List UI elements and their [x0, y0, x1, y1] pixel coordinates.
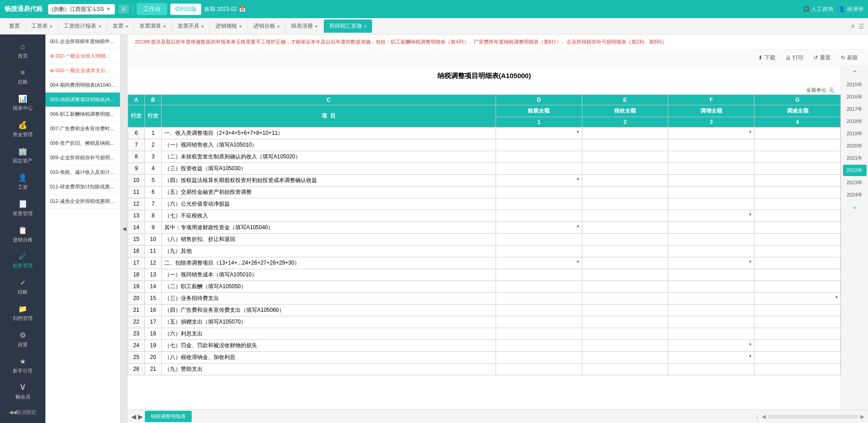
item-text-cell[interactable]: （三）业务招待费支出 — [162, 292, 496, 304]
sidebar-item-fixed-asset[interactable]: 🏢 固定资产 — [0, 143, 45, 169]
item-text-cell[interactable]: （七）罚金、罚款和被没收财物的损失 — [162, 339, 496, 351]
copy-button[interactable]: ⎘ — [119, 5, 129, 14]
collapse-panel-button[interactable]: ◀ — [120, 34, 128, 423]
item-text-cell[interactable]: （八）税收滞纳金、加收利息 — [162, 351, 496, 363]
item-text-cell[interactable]: （九）赞助支出 — [162, 363, 496, 375]
col2-cell[interactable] — [582, 351, 668, 363]
col2-cell[interactable] — [582, 316, 668, 328]
col1-cell[interactable] — [496, 351, 582, 363]
col3-cell[interactable]: * — [668, 339, 754, 351]
year-2020[interactable]: 2020年 — [843, 140, 867, 152]
item-text-cell[interactable]: （六）利息支出 — [162, 328, 496, 339]
col3-cell[interactable] — [668, 363, 754, 375]
item-text-cell[interactable]: （六）公允价值变动净损益 — [162, 198, 496, 210]
pin-button[interactable]: ◀◀ 取消固定 — [0, 406, 45, 418]
tab-close-invoice-open[interactable]: × — [201, 24, 204, 29]
col4-cell[interactable] — [754, 151, 841, 162]
col1-cell[interactable] — [496, 139, 582, 151]
tab-income-tax[interactable]: 所得税汇算缴× — [324, 20, 372, 33]
col3-cell[interactable] — [668, 245, 754, 257]
col2-cell[interactable] — [582, 127, 668, 139]
download-button[interactable]: ⬇ 下载 — [755, 53, 778, 63]
col4-cell[interactable] — [754, 139, 841, 151]
col1-cell[interactable]: * — [496, 174, 582, 186]
col3-cell[interactable] — [668, 221, 754, 233]
tab-close-income-tax[interactable]: × — [364, 24, 367, 29]
col2-cell[interactable] — [582, 269, 668, 280]
col2-cell[interactable] — [582, 363, 668, 375]
sidebar-item-guide[interactable]: ★ 新手引导 — [0, 353, 45, 379]
col1-cell[interactable] — [496, 186, 582, 198]
col3-cell[interactable] — [668, 233, 754, 245]
col4-cell[interactable] — [754, 316, 841, 328]
item-text-cell[interactable]: 一、收入类调整项目（2+3+4+5+6+7+8+10+11） — [162, 127, 496, 139]
sidebar-item-settings[interactable]: ⚙ 设置 — [0, 326, 45, 353]
tab-invoice-calc[interactable]: 发票测算× — [134, 20, 172, 33]
file-item-009[interactable]: 009-企业所得税弥补亏损明... — [45, 151, 120, 165]
col1-cell[interactable] — [496, 245, 582, 257]
year-2021[interactable]: 2021年 — [843, 152, 867, 164]
col1-cell[interactable] — [496, 162, 582, 174]
tab-invoice-input[interactable]: 进销稽核× — [210, 20, 248, 33]
col1-cell[interactable] — [496, 151, 582, 162]
tab-home[interactable]: 首页 — [4, 20, 26, 33]
col4-cell[interactable]: * — [754, 292, 841, 304]
tab-invoice-ledger[interactable]: 进销台账× — [248, 20, 286, 33]
col2-cell[interactable] — [582, 151, 668, 162]
year-2018[interactable]: 2018年 — [843, 116, 867, 127]
col1-cell[interactable]: * — [496, 221, 582, 233]
col1-cell[interactable] — [496, 304, 582, 316]
sidebar-item-invoice-ledger[interactable]: 📋 进销台账 — [0, 221, 45, 248]
col3-cell[interactable]: * — [668, 351, 754, 363]
col2-cell[interactable] — [582, 328, 668, 339]
col4-cell[interactable] — [754, 233, 841, 245]
tab-close-invoice-ledger[interactable]: × — [277, 24, 280, 29]
col3-cell[interactable] — [668, 328, 754, 339]
sidebar-item-ledger[interactable]: ≡ 总账 — [0, 64, 45, 90]
col2-cell[interactable] — [582, 304, 668, 316]
col4-cell[interactable] — [754, 328, 841, 339]
file-item-008[interactable]: 008-资产折旧、摊销及纳税... — [45, 136, 120, 151]
year-2015[interactable]: 2015年 — [843, 79, 867, 90]
col4-cell[interactable] — [754, 186, 841, 198]
item-text-cell[interactable]: （五）捐赠支出（填写A105070） — [162, 316, 496, 328]
year-2024[interactable]: 2024年 — [843, 189, 867, 201]
tab-close-invoice-input[interactable]: × — [239, 24, 242, 29]
col1-cell[interactable] — [496, 269, 582, 280]
tab-close-invoice-calc[interactable]: × — [163, 24, 166, 29]
col3-cell[interactable] — [668, 186, 754, 198]
file-item-001[interactable]: 001-企业所得税年度纳税申... — [45, 34, 120, 49]
col2-cell[interactable] — [582, 221, 668, 233]
item-text-cell[interactable]: （四）广告费和业务宣传费支出（填写A105060） — [162, 304, 496, 316]
sidebar-item-asset-mgmt[interactable]: 💰 资金管理 — [0, 116, 45, 143]
col3-cell[interactable] — [668, 174, 754, 186]
col2-cell[interactable] — [582, 198, 668, 210]
col3-cell[interactable] — [668, 198, 754, 210]
col1-cell[interactable] — [496, 233, 582, 245]
col1-cell[interactable] — [496, 339, 582, 351]
col3-cell[interactable] — [668, 304, 754, 316]
col1-cell[interactable] — [496, 292, 582, 304]
col4-cell[interactable] — [754, 127, 841, 139]
year-up-button[interactable]: ⌃ — [851, 68, 858, 79]
col4-cell[interactable] — [754, 221, 841, 233]
item-text-cell[interactable]: （八）销售折扣、折让和退回 — [162, 233, 496, 245]
file-item-007[interactable]: 007-广告费和业务宣传费时... — [45, 122, 120, 136]
col1-cell[interactable]: * — [496, 127, 582, 139]
col3-cell[interactable] — [668, 316, 754, 328]
col1-cell[interactable] — [496, 328, 582, 339]
file-item-003[interactable]: ⊗ 003-一般企业成本支出明细... — [45, 64, 120, 78]
tab-salary[interactable]: 工资表× — [26, 20, 58, 33]
col3-cell[interactable] — [668, 162, 754, 174]
col2-cell[interactable] — [582, 292, 668, 304]
tab-close-invoice[interactable]: × — [125, 24, 128, 29]
col2-cell[interactable] — [582, 162, 668, 174]
item-text-cell[interactable]: （二）职工薪酬（填写A105050） — [162, 280, 496, 292]
sidebar-item-vip[interactable]: V 畅会员 — [0, 379, 45, 405]
tab-tax-clear[interactable]: 税表清册× — [286, 20, 323, 33]
col4-cell[interactable] — [754, 269, 841, 280]
item-text-cell[interactable]: （三）投资收益（填写A105030） — [162, 162, 496, 174]
col1-cell[interactable] — [496, 210, 582, 221]
col1-cell[interactable] — [496, 363, 582, 375]
item-text-cell[interactable]: （一）视同销售收入（填写A105010） — [162, 139, 496, 151]
